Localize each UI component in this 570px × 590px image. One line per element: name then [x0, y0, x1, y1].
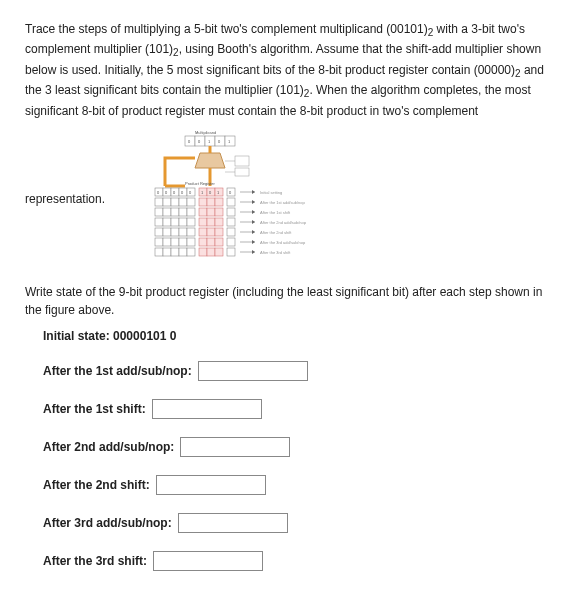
svg-rect-91 [187, 238, 195, 246]
svg-rect-71 [227, 218, 235, 226]
step-row-1: After the 1st add/sub/nop: [43, 361, 545, 381]
answer-input-2[interactable] [152, 399, 262, 419]
svg-rect-43 [187, 198, 195, 206]
svg-rect-44 [199, 198, 207, 206]
svg-text:After the 2nd shift: After the 2nd shift [260, 230, 292, 235]
svg-marker-73 [252, 220, 255, 224]
svg-rect-99 [155, 248, 163, 256]
svg-rect-107 [227, 248, 235, 256]
step-label-3: After 2nd add/sub/nop: [43, 440, 174, 454]
svg-marker-49 [252, 200, 255, 204]
step-row-6: After the 3rd shift: [43, 551, 545, 571]
svg-rect-64 [163, 218, 171, 226]
svg-rect-81 [207, 228, 215, 236]
step-label-2: After the 1st shift: [43, 402, 146, 416]
svg-rect-56 [199, 208, 207, 216]
svg-rect-92 [199, 238, 207, 246]
answer-input-6[interactable] [153, 551, 263, 571]
svg-rect-59 [227, 208, 235, 216]
svg-text:After the 3rd shift: After the 3rd shift [260, 250, 291, 255]
step-row-5: After 3rd add/sub/nop: [43, 513, 545, 533]
svg-rect-95 [227, 238, 235, 246]
svg-rect-69 [207, 218, 215, 226]
svg-rect-14 [235, 156, 249, 166]
svg-rect-104 [199, 248, 207, 256]
diagram-svg: Multiplicand 0 0 1 0 1 [145, 128, 385, 268]
step-label-4: After the 2nd shift: [43, 478, 150, 492]
diagram-row: representation. Multiplicand 0 0 1 0 1 [25, 128, 545, 271]
initial-state-label: Initial state: 00000101 0 [43, 329, 545, 343]
svg-rect-40 [163, 198, 171, 206]
svg-rect-77 [171, 228, 179, 236]
svg-text:After the 2nd add/sub/nop: After the 2nd add/sub/nop [260, 220, 307, 225]
question-text: Trace the steps of multiplying a 5-bit t… [25, 20, 545, 120]
svg-rect-79 [187, 228, 195, 236]
svg-rect-53 [171, 208, 179, 216]
svg-marker-37 [252, 190, 255, 194]
svg-rect-51 [155, 208, 163, 216]
svg-rect-68 [199, 218, 207, 226]
product-register-label: Product Register [185, 181, 215, 186]
svg-rect-15 [235, 168, 249, 176]
svg-rect-57 [207, 208, 215, 216]
q-part1: Trace the steps of multiplying a 5-bit t… [25, 22, 428, 36]
svg-rect-67 [187, 218, 195, 226]
svg-rect-105 [207, 248, 215, 256]
booth-diagram: Multiplicand 0 0 1 0 1 [145, 128, 385, 271]
svg-rect-102 [179, 248, 187, 256]
svg-marker-10 [195, 153, 225, 168]
step-label-6: After the 3rd shift: [43, 554, 147, 568]
svg-rect-65 [171, 218, 179, 226]
svg-rect-52 [163, 208, 171, 216]
svg-rect-94 [215, 238, 223, 246]
svg-rect-54 [179, 208, 187, 216]
svg-text:After the 1st add/sub/nop: After the 1st add/sub/nop [260, 200, 305, 205]
svg-rect-78 [179, 228, 187, 236]
svg-marker-61 [252, 210, 255, 214]
answer-input-3[interactable] [180, 437, 290, 457]
svg-rect-75 [155, 228, 163, 236]
svg-rect-83 [227, 228, 235, 236]
svg-rect-70 [215, 218, 223, 226]
svg-rect-76 [163, 228, 171, 236]
svg-text:After the 3rd add/sub/nop: After the 3rd add/sub/nop [260, 240, 306, 245]
svg-rect-47 [227, 198, 235, 206]
svg-rect-55 [187, 208, 195, 216]
svg-rect-58 [215, 208, 223, 216]
step-label-5: After 3rd add/sub/nop: [43, 516, 172, 530]
multiplicand-bits: 0 0 1 0 1 [185, 136, 235, 146]
answer-input-5[interactable] [178, 513, 288, 533]
step-row-4: After the 2nd shift: [43, 475, 545, 495]
svg-rect-88 [163, 238, 171, 246]
alu-block [195, 153, 225, 168]
svg-rect-46 [215, 198, 223, 206]
answer-input-4[interactable] [156, 475, 266, 495]
svg-rect-80 [199, 228, 207, 236]
svg-rect-41 [171, 198, 179, 206]
svg-rect-45 [207, 198, 215, 206]
multiplicand-label: Multiplicand [195, 130, 216, 135]
svg-rect-42 [179, 198, 187, 206]
svg-rect-39 [155, 198, 163, 206]
svg-rect-63 [155, 218, 163, 226]
representation-label: representation. [25, 192, 105, 206]
svg-rect-93 [207, 238, 215, 246]
svg-marker-109 [252, 250, 255, 254]
svg-rect-87 [155, 238, 163, 246]
svg-marker-97 [252, 240, 255, 244]
svg-marker-85 [252, 230, 255, 234]
svg-rect-66 [179, 218, 187, 226]
svg-rect-82 [215, 228, 223, 236]
step-row-3: After 2nd add/sub/nop: [43, 437, 545, 457]
svg-rect-101 [171, 248, 179, 256]
svg-rect-100 [163, 248, 171, 256]
step-label-1: After the 1st add/sub/nop: [43, 364, 192, 378]
trace-rows: 000001010 Initial setting After the 1st … [155, 188, 307, 256]
svg-text:Initial setting: Initial setting [260, 190, 282, 195]
svg-rect-90 [179, 238, 187, 246]
step-row-2: After the 1st shift: [43, 399, 545, 419]
answer-input-1[interactable] [198, 361, 308, 381]
svg-text:After the 1st shift: After the 1st shift [260, 210, 291, 215]
svg-rect-89 [171, 238, 179, 246]
instruction-text: Write state of the 9-bit product registe… [25, 283, 545, 319]
